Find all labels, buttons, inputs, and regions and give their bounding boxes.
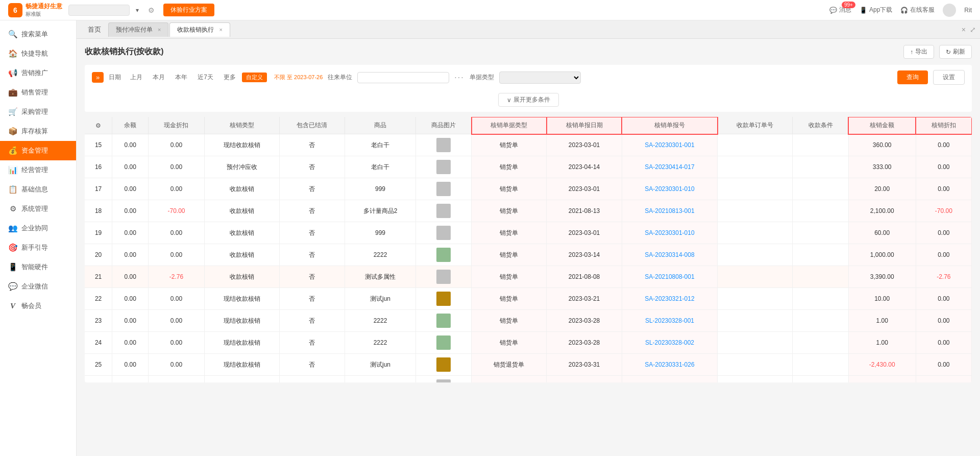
filter-bar: » 日期 上月 本月 本年 近7天 更多 自定义 不限 至 2023-07-26…: [85, 65, 972, 112]
voucher-no-link[interactable]: SA-20230321-012: [645, 295, 694, 302]
message-btn[interactable]: 💬 消息 99+: [829, 6, 851, 14]
sidebar-item-search[interactable]: 🔍 搜索菜单: [0, 25, 76, 44]
sidebar-item-nav[interactable]: 🏠 快捷导航: [0, 44, 76, 63]
cell-voucher-type: 销货单: [472, 332, 547, 354]
voucher-no-link[interactable]: SL-20230328-002: [645, 339, 694, 346]
this-month-btn[interactable]: 本月: [149, 72, 169, 83]
tab-bar: 首页 预付冲应付单 × 收款核销执行 × × ⤢: [77, 20, 980, 39]
cell-cash-discount: 0.00: [149, 332, 204, 354]
sidebar-label-system: 系统管理: [21, 204, 48, 213]
voucher-no-link[interactable]: SA-20230414-017: [645, 163, 694, 171]
query-btn[interactable]: 查询: [897, 70, 928, 84]
sidebar-item-system[interactable]: ⚙ 系统管理: [0, 199, 76, 219]
tab-maximize-btn[interactable]: ⤢: [970, 26, 976, 34]
table-row: 24 0.00 0.00 现结收款核销 否 2222 销货单 2023-03-2…: [85, 332, 972, 354]
cell-goods: 123D商品: [345, 376, 416, 383]
custom-date-btn[interactable]: 自定义: [242, 73, 267, 82]
filter-expand-btn[interactable]: »: [92, 72, 104, 83]
refresh-btn[interactable]: ↻ 刷新: [939, 45, 972, 59]
goods-image: [436, 379, 451, 382]
counterpart-input[interactable]: [357, 72, 449, 83]
sales-icon: 💼: [8, 88, 17, 97]
sidebar-item-finance[interactable]: 💰 资金管理: [0, 141, 76, 160]
tab-home[interactable]: 首页: [81, 22, 108, 37]
tab-close-btn[interactable]: ×: [962, 26, 966, 34]
voucher-no-link[interactable]: SA-20230314-008: [645, 251, 694, 258]
cell-included: 否: [279, 288, 345, 310]
goods-image: [436, 335, 451, 350]
voucher-no-link[interactable]: SA-20230301-010: [645, 185, 694, 193]
cell-voucher-date: 2023-03-01: [547, 178, 622, 200]
export-btn[interactable]: ↑ 导出: [903, 45, 934, 59]
cell-receipt-order: [718, 200, 793, 222]
this-year-btn[interactable]: 本年: [171, 72, 191, 83]
voucher-no-link[interactable]: SA-20230331-026: [645, 361, 694, 368]
sidebar-item-guide[interactable]: 🎯 新手引导: [0, 238, 76, 257]
tab-prepay-close[interactable]: ×: [158, 27, 161, 33]
sidebar-item-wechat[interactable]: 💬 企业微信: [0, 277, 76, 296]
sidebar-item-member[interactable]: V 畅会员: [0, 296, 76, 316]
more-date-btn[interactable]: 更多: [219, 72, 240, 83]
voucher-no-link[interactable]: SA-20210808-001: [645, 273, 694, 280]
cell-balance: 0.00: [112, 288, 149, 310]
cell-cash-discount: 0.00: [149, 310, 204, 332]
tab-receipt-close[interactable]: ×: [219, 27, 222, 33]
goods-image: [436, 357, 451, 372]
expand-more-btn[interactable]: ∨ 展开更多条件: [498, 93, 559, 107]
cell-goods-img: [415, 266, 471, 288]
dropdown-btn[interactable]: ▾: [136, 7, 139, 14]
cell-voucher-type: 销货单: [472, 134, 547, 156]
cell-receipt-condition: [793, 178, 848, 200]
sidebar-item-sales[interactable]: 💼 销售管理: [0, 83, 76, 102]
sidebar-item-marketing[interactable]: 📢 营销推广: [0, 63, 76, 83]
sidebar: 🔍 搜索菜单 🏠 快捷导航 📢 营销推广 💼 销售管理 🛒 采购管理 📦 库存核…: [0, 20, 77, 456]
sidebar-item-operations[interactable]: 📊 经营管理: [0, 160, 76, 180]
cell-included: 否: [279, 178, 345, 200]
col-header-voucher-no: 核销单报号: [622, 117, 718, 134]
last7-btn[interactable]: 近7天: [193, 72, 217, 83]
layout: 🔍 搜索菜单 🏠 快捷导航 📢 营销推广 💼 销售管理 🛒 采购管理 📦 库存核…: [0, 20, 980, 456]
tab-prepay[interactable]: 预付冲应付单 ×: [108, 22, 168, 37]
tab-prepay-label: 预付冲应付单: [116, 26, 153, 34]
cell-included: 否: [279, 244, 345, 266]
voucher-type-select[interactable]: [499, 71, 581, 84]
table-row: 17 0.00 0.00 收款核销 否 999 销货单 2023-03-01 S…: [85, 178, 972, 200]
cell-amount: 360.00: [848, 134, 916, 156]
expand-more-label: 展开更多条件: [513, 95, 550, 104]
user-avatar[interactable]: [943, 4, 956, 17]
voucher-no-link[interactable]: SL-20230328-001: [645, 317, 694, 324]
cell-voucher-date: 2021-08-13: [547, 200, 622, 222]
col-header-setting[interactable]: ⚙: [85, 117, 112, 134]
sidebar-item-collab[interactable]: 👥 企业协同: [0, 219, 76, 238]
voucher-no-link[interactable]: SA-20230301-001: [645, 141, 694, 149]
top-bar: 6 畅捷通好生意 标准版 ▾ ⚙ 休验行业方案 💬 消息 99+ 📱 App下载…: [0, 0, 980, 20]
voucher-no-link[interactable]: SA-20210813-001: [645, 207, 694, 214]
search-bar-top[interactable]: [68, 5, 130, 16]
industry-btn[interactable]: 休验行业方案: [163, 4, 214, 16]
sidebar-item-inventory[interactable]: 📦 库存核算: [0, 122, 76, 141]
cell-goods-img: [415, 354, 471, 376]
member-icon: V: [8, 302, 17, 310]
cell-included: 否: [279, 200, 345, 222]
cell-discount: -70.00: [916, 200, 971, 222]
cell-discount: 0.00: [916, 134, 971, 156]
gear-button[interactable]: ⚙: [145, 4, 157, 16]
cell-goods-img: [415, 134, 471, 156]
online-service-btn[interactable]: 🎧 在线客服: [900, 6, 935, 14]
cell-voucher-type: 销货单: [472, 376, 547, 383]
settings-btn[interactable]: 设置: [933, 70, 965, 85]
last-month-btn[interactable]: 上月: [126, 72, 146, 83]
sidebar-item-hardware[interactable]: 📱 智能硬件: [0, 257, 76, 277]
filter-date-group: 上月 本月 本年 近7天 更多 自定义: [126, 72, 267, 83]
goods-image: [436, 270, 451, 284]
app-download-btn[interactable]: 📱 App下载: [860, 6, 892, 14]
sidebar-item-purchase[interactable]: 🛒 采购管理: [0, 102, 76, 122]
voucher-no-link[interactable]: SA-20230301-010: [645, 229, 694, 236]
counterpart-dots-btn[interactable]: ···: [454, 73, 464, 82]
table-row: 18 0.00 -70.00 收款核销 否 多计量商品2 销货单 2021-08…: [85, 200, 972, 222]
cell-discount: 0.00: [916, 178, 971, 200]
tab-receipt[interactable]: 收款核销执行 ×: [169, 22, 230, 37]
table-row: 25 0.00 0.00 现结收款核销 否 测试jun 销货退货单 2023-0…: [85, 354, 972, 376]
sidebar-item-base[interactable]: 📋 基础信息: [0, 180, 76, 199]
table-row: 20 0.00 0.00 收款核销 否 2222 销货单 2023-03-14 …: [85, 244, 972, 266]
